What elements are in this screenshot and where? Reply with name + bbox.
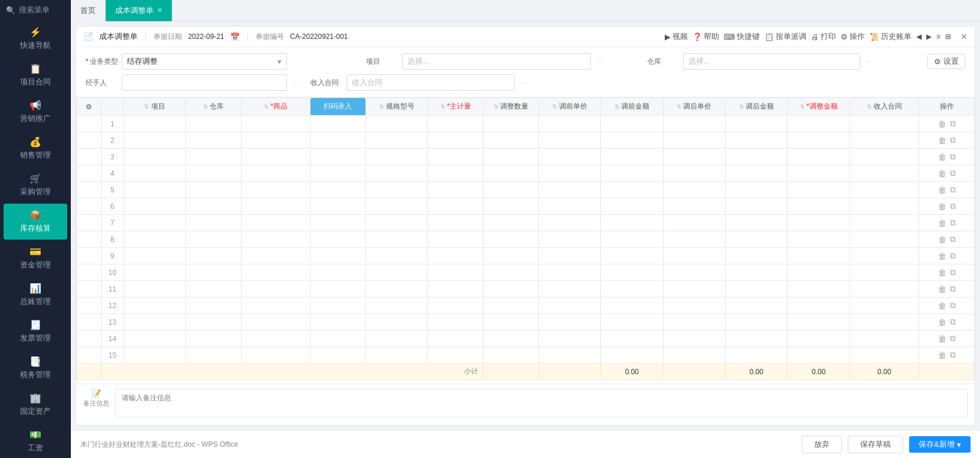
row-spec-14[interactable] (365, 331, 427, 347)
row-amount-before-13[interactable] (601, 314, 663, 331)
row-income-11[interactable] (850, 281, 919, 297)
delete-icon-4[interactable]: 🗑 (938, 169, 946, 178)
row-product-8[interactable] (241, 231, 310, 248)
tab-close-icon[interactable]: ✕ (157, 6, 162, 14)
row-price-before-12[interactable] (538, 297, 600, 314)
row-price-after-14[interactable] (663, 331, 725, 347)
col-amount-after-header[interactable]: ⇅ 调后金额 (726, 98, 788, 116)
row-unit-2[interactable] (428, 132, 484, 149)
row-price-after-8[interactable] (663, 231, 725, 248)
row-project-10[interactable] (123, 264, 185, 281)
row-scan-10[interactable] (311, 264, 366, 281)
row-price-after-6[interactable] (663, 198, 725, 215)
row-scan-7[interactable] (311, 215, 366, 231)
row-adjust-11[interactable] (788, 281, 850, 297)
row-price-after-5[interactable] (663, 182, 725, 198)
row-income-8[interactable] (850, 231, 919, 248)
row-unit-5[interactable] (428, 182, 484, 198)
row-amount-before-6[interactable] (601, 198, 663, 215)
row-project-3[interactable] (123, 149, 185, 165)
row-scan-12[interactable] (311, 297, 366, 314)
row-price-before-10[interactable] (538, 264, 600, 281)
row-income-10[interactable] (850, 264, 919, 281)
row-scan-8[interactable] (311, 231, 366, 248)
row-spec-15[interactable] (365, 347, 427, 364)
delete-icon-3[interactable]: 🗑 (938, 152, 946, 162)
sidebar-item-salary[interactable]: 💵工资 (4, 423, 67, 458)
sidebar-item-quick-nav[interactable]: ⚡快速导航 (4, 21, 67, 57)
row-qty-10[interactable] (483, 264, 538, 281)
sidebar-item-sales-mgmt[interactable]: 💰销售管理 (4, 130, 67, 166)
delete-icon-5[interactable]: 🗑 (938, 185, 946, 195)
row-warehouse-12[interactable] (186, 297, 241, 314)
row-price-before-14[interactable] (538, 331, 600, 347)
row-adjust-13[interactable] (788, 314, 850, 331)
copy-icon-11[interactable]: ⧉ (950, 284, 956, 294)
row-product-9[interactable] (241, 248, 310, 264)
tab-cost-adjust[interactable]: 成本调整单 ✕ (106, 0, 172, 21)
copy-icon-12[interactable]: ⧉ (950, 300, 956, 310)
row-spec-5[interactable] (365, 182, 427, 198)
col-project-header[interactable]: ⇅ 项目 (123, 98, 185, 116)
close-window-btn[interactable]: ✕ (961, 32, 968, 41)
row-amount-after-10[interactable] (726, 264, 788, 281)
row-price-after-1[interactable] (663, 116, 725, 132)
project-dots[interactable]: ··· (597, 58, 602, 65)
row-unit-13[interactable] (428, 314, 484, 331)
row-adjust-8[interactable] (788, 231, 850, 248)
row-scan-14[interactable] (311, 331, 366, 347)
save-draft-button[interactable]: 保存草稿 (848, 436, 903, 453)
copy-icon-15[interactable]: ⧉ (950, 350, 956, 360)
row-spec-3[interactable] (365, 149, 427, 165)
row-warehouse-6[interactable] (186, 198, 241, 215)
row-project-11[interactable] (123, 281, 185, 297)
row-adjust-6[interactable] (788, 198, 850, 215)
row-adjust-12[interactable] (788, 297, 850, 314)
row-price-before-2[interactable] (538, 132, 600, 149)
col-adjust-header[interactable]: ⇅ *调整金额 (788, 98, 850, 116)
row-product-4[interactable] (241, 165, 310, 182)
income-contract-dots[interactable]: ··· (521, 80, 525, 86)
row-adjust-10[interactable] (788, 264, 850, 281)
row-price-before-3[interactable] (538, 149, 600, 165)
row-project-15[interactable] (123, 347, 185, 364)
delete-icon-2[interactable]: 🗑 (938, 136, 946, 145)
row-project-1[interactable] (123, 116, 185, 132)
row-product-7[interactable] (241, 215, 310, 231)
row-qty-14[interactable] (483, 331, 538, 347)
row-warehouse-9[interactable] (186, 248, 241, 264)
toolbar-history-btn[interactable]: 📜历史账单 (870, 31, 912, 42)
row-qty-13[interactable] (483, 314, 538, 331)
row-spec-11[interactable] (365, 281, 427, 297)
row-price-before-6[interactable] (538, 198, 600, 215)
row-qty-9[interactable] (483, 248, 538, 264)
row-amount-before-1[interactable] (601, 116, 663, 132)
row-amount-before-4[interactable] (601, 165, 663, 182)
row-income-7[interactable] (850, 215, 919, 231)
delete-icon-11[interactable]: 🗑 (938, 284, 946, 294)
row-amount-before-14[interactable] (601, 331, 663, 347)
row-warehouse-8[interactable] (186, 231, 241, 248)
col-product-header[interactable]: ⇅ *商品 (241, 98, 310, 116)
row-warehouse-4[interactable] (186, 165, 241, 182)
row-spec-8[interactable] (365, 231, 427, 248)
row-amount-after-12[interactable] (726, 297, 788, 314)
sidebar-search[interactable]: 🔍 搜索菜单 (0, 0, 71, 20)
delete-icon-6[interactable]: 🗑 (938, 202, 946, 211)
row-project-6[interactable] (123, 198, 185, 215)
row-spec-4[interactable] (365, 165, 427, 182)
row-income-1[interactable] (850, 116, 919, 132)
row-amount-after-5[interactable] (726, 182, 788, 198)
row-warehouse-10[interactable] (186, 264, 241, 281)
row-amount-after-15[interactable] (726, 347, 788, 364)
row-qty-6[interactable] (483, 198, 538, 215)
row-price-after-13[interactable] (663, 314, 725, 331)
row-product-5[interactable] (241, 182, 310, 198)
row-spec-1[interactable] (365, 116, 427, 132)
row-price-before-4[interactable] (538, 165, 600, 182)
row-scan-6[interactable] (311, 198, 366, 215)
row-unit-3[interactable] (428, 149, 484, 165)
row-amount-after-7[interactable] (726, 215, 788, 231)
notes-input[interactable] (115, 389, 968, 417)
sidebar-item-sales-promo[interactable]: 📢营销推广 (4, 94, 67, 130)
